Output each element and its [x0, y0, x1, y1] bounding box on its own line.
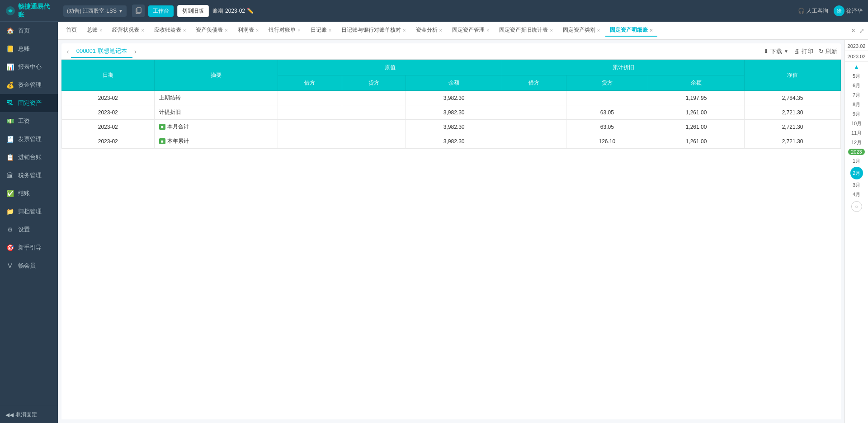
tab-receivable-close[interactable]: ×	[183, 28, 186, 33]
right-month-11[interactable]: 11月	[845, 128, 868, 138]
cell-orig-credit	[342, 120, 406, 134]
tab-fund-close[interactable]: ×	[439, 28, 442, 33]
right-month-2-active[interactable]: 2月	[850, 167, 863, 179]
sidebar-icon-2: 📊	[5, 62, 14, 71]
tab-fixed-assets-close[interactable]: ×	[486, 28, 489, 33]
period-edit-icon[interactable]: ✏️	[247, 8, 254, 14]
right-month-10[interactable]: 10月	[845, 119, 868, 128]
right-month-7[interactable]: 7月	[845, 90, 868, 100]
tab-home-label: 首页	[66, 26, 77, 34]
tab-fixed-assets-label: 固定资产管理	[452, 26, 485, 34]
cell-date: 2023-02	[62, 91, 155, 105]
tab-asset-category-close[interactable]: ×	[597, 28, 600, 33]
tab-journal-close[interactable]: ×	[329, 28, 331, 33]
right-month-4[interactable]: 4月	[845, 190, 868, 199]
cell-orig-balance: 3,982.30	[406, 120, 502, 134]
tab-asset-detail-close[interactable]: ×	[650, 28, 652, 33]
tab-business[interactable]: 经营状况表 ×	[108, 24, 148, 37]
page-content: ‹ 000001 联想笔记本 › ⬇ 下载 ▼ 🖨 打印	[58, 40, 844, 423]
th-date: 日期	[62, 60, 155, 91]
cell-dep-debit	[502, 134, 566, 149]
support-button[interactable]: 🎧 人工客询	[798, 7, 828, 15]
prev-arrow[interactable]: ‹	[65, 48, 71, 55]
tab-balance-sheet-close[interactable]: ×	[225, 28, 227, 33]
tab-journal-bank[interactable]: 日记账与银行对账单核对 ×	[337, 24, 410, 37]
tab-bank-statement-close[interactable]: ×	[297, 28, 300, 33]
right-month-1[interactable]: 1月	[845, 156, 868, 166]
sidebar-item-7[interactable]: 📋进销台账	[0, 148, 58, 166]
tab-receivable[interactable]: 应收账龄表 ×	[150, 24, 190, 37]
right-month-6[interactable]: 6月	[845, 81, 868, 90]
right-month-8[interactable]: 8月	[845, 100, 868, 109]
right-month-5[interactable]: 5月	[845, 71, 868, 81]
sidebar-item-11[interactable]: ⚙设置	[0, 221, 58, 239]
cell-net-value: 2,784.35	[744, 91, 840, 105]
cell-orig-balance: 3,982.30	[406, 105, 502, 120]
sidebar-item-5[interactable]: 💵工资	[0, 112, 58, 130]
tab-balance-sheet-label: 资产负债表	[196, 26, 223, 34]
right-month-3[interactable]: 3月	[845, 180, 868, 190]
tab-journal-bank-label: 日记账与银行对账单核对	[341, 26, 401, 34]
switch-version-button[interactable]: 切到旧版	[177, 5, 209, 17]
sidebar-item-8[interactable]: 🏛税务管理	[0, 166, 58, 184]
workbench-button[interactable]: 工作台	[148, 5, 174, 17]
cell-date: 2023-02	[62, 134, 155, 149]
tab-depreciation-stat-close[interactable]: ×	[550, 28, 552, 33]
tab-fund[interactable]: 资金分析 ×	[411, 24, 447, 37]
sidebar-item-1[interactable]: 📒总账	[0, 40, 58, 58]
scroll-up-icon[interactable]: ▲	[853, 62, 861, 71]
cell-net-value: 2,721.30	[744, 105, 840, 120]
tab-ledger-close[interactable]: ×	[99, 28, 102, 33]
sub-tab-asset[interactable]: 000001 联想笔记本	[71, 45, 132, 58]
refresh-button[interactable]: ↻ 刷新	[819, 47, 837, 56]
tab-depreciation-stat[interactable]: 固定资产折旧统计表 ×	[495, 24, 557, 37]
download-button[interactable]: ⬇ 下载 ▼	[764, 47, 788, 56]
chevron-down-icon: ▼	[118, 9, 123, 14]
next-arrow[interactable]: ›	[132, 48, 138, 55]
sidebar-label-6: 发票管理	[18, 135, 42, 143]
tab-profit-close[interactable]: ×	[256, 28, 259, 33]
tab-ledger[interactable]: 总账 ×	[82, 24, 107, 37]
year-badge-2023[interactable]: 2023	[848, 149, 864, 155]
close-all-icon[interactable]: ×	[851, 27, 855, 35]
tab-home[interactable]: 首页	[61, 24, 81, 37]
print-button[interactable]: 🖨 打印	[794, 47, 813, 56]
sidebar-bottom-pin[interactable]: ◀◀ 取消固定	[0, 406, 58, 423]
print-icon: 🖨	[794, 48, 800, 55]
main-area: (劝告) 江西股室-LSS ▼ 工作台 切到旧版 账期 2023-02 ✏️ 🎧…	[58, 0, 868, 423]
sidebar-label-5: 工资	[18, 117, 30, 125]
sidebar-item-2[interactable]: 📊报表中心	[0, 58, 58, 76]
scroll-down-icon[interactable]: ○	[851, 201, 862, 212]
company-selector[interactable]: (劝告) 江西股室-LSS ▼	[63, 5, 127, 17]
tab-fixed-assets[interactable]: 固定资产管理 ×	[448, 24, 494, 37]
cell-dep-credit: 63.05	[566, 120, 648, 134]
sidebar-nav: 🏠首页📒总账📊报表中心💰资金管理🏗固定资产💵工资🧾发票管理📋进销台账🏛税务管理✅…	[0, 22, 58, 406]
sidebar-item-0[interactable]: 🏠首页	[0, 22, 58, 40]
sidebar-icon-12: 🎯	[5, 243, 14, 252]
tab-balance-sheet[interactable]: 资产负债表 ×	[191, 24, 232, 37]
topbar-right: 🎧 人工客询 徐 徐泽华	[798, 5, 863, 16]
sidebar-item-12[interactable]: 🎯新手引导	[0, 239, 58, 257]
sidebar-item-13[interactable]: V畅会员	[0, 257, 58, 275]
sidebar-item-6[interactable]: 🧾发票管理	[0, 130, 58, 148]
sidebar-item-4[interactable]: 🏗固定资产	[0, 94, 58, 112]
tab-journal[interactable]: 日记账 ×	[306, 24, 336, 37]
user-menu[interactable]: 徐 徐泽华	[834, 5, 863, 16]
cell-dep-credit: 63.05	[566, 105, 648, 120]
expand-icon[interactable]: ⤢	[859, 27, 864, 34]
tab-profit[interactable]: 利润表 ×	[233, 24, 263, 37]
sidebar-item-9[interactable]: ✅结账	[0, 184, 58, 202]
tab-asset-category-label: 固定资产类别	[563, 26, 595, 34]
tab-bank-statement[interactable]: 银行对账单 ×	[264, 24, 305, 37]
sidebar-item-3[interactable]: 💰资金管理	[0, 76, 58, 94]
th-orig-credit: 贷方	[342, 75, 406, 91]
tab-asset-detail[interactable]: 固定资产明细账 ×	[605, 24, 657, 37]
sidebar-item-10[interactable]: 📁归档管理	[0, 202, 58, 221]
right-month-12[interactable]: 12月	[845, 138, 868, 147]
copy-icon[interactable]	[132, 5, 145, 17]
tab-asset-category[interactable]: 固定资产类别 ×	[558, 24, 604, 37]
tab-business-close[interactable]: ×	[141, 28, 144, 33]
tab-journal-bank-close[interactable]: ×	[403, 28, 406, 33]
right-month-9[interactable]: 9月	[845, 109, 868, 119]
tab-asset-detail-label: 固定资产明细账	[610, 26, 648, 34]
